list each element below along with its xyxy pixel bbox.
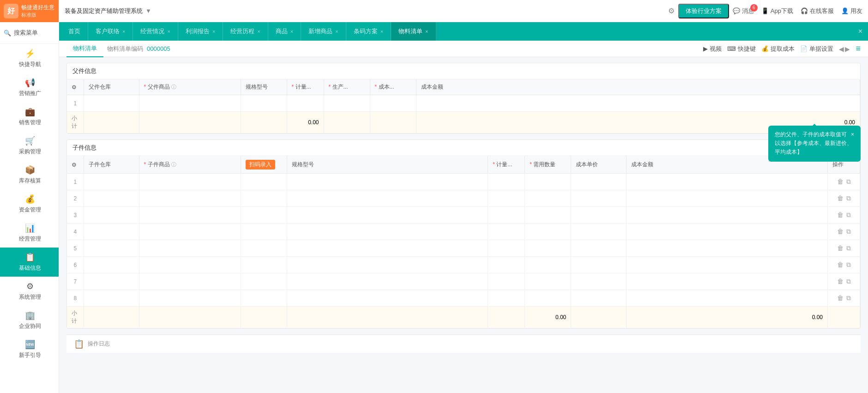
search-button[interactable]: 🔍 搜索菜单 xyxy=(4,26,55,40)
dropdown-icon[interactable]: ▼ xyxy=(145,7,151,14)
child-spec-cell-2[interactable] xyxy=(241,190,287,207)
child-unit-cell-2[interactable] xyxy=(488,190,525,207)
tab-operations[interactable]: 经营情况 × xyxy=(133,22,178,41)
delete-icon[interactable]: 🗑 xyxy=(837,244,844,252)
video-action[interactable]: ▶ 视频 xyxy=(703,45,722,53)
extract-cost-action[interactable]: 💰 提取成本 xyxy=(761,45,795,53)
child-unit-cell-7[interactable] xyxy=(488,273,525,290)
sidebar-item-inventory[interactable]: 📦 库存核算 xyxy=(0,160,59,189)
parent-goods-cell[interactable] xyxy=(139,95,241,112)
child-unitprice-cell-5[interactable] xyxy=(571,240,627,257)
child-goods-cell-4[interactable] xyxy=(139,224,241,240)
child-spec-cell-5[interactable] xyxy=(241,240,287,257)
copy-icon[interactable]: ⧉ xyxy=(846,244,851,252)
child-unit-cell-3[interactable] xyxy=(488,207,525,224)
child-spectype-cell-2[interactable] xyxy=(287,190,488,207)
child-unit-cell-1[interactable] xyxy=(488,174,525,190)
copy-icon[interactable]: ⧉ xyxy=(846,194,851,202)
parent-spec-cell[interactable] xyxy=(241,95,287,112)
child-unit-cell-4[interactable] xyxy=(488,224,525,240)
settings-icon[interactable]: ⚙ xyxy=(668,6,675,15)
child-goods-cell-5[interactable] xyxy=(139,240,241,257)
delete-icon[interactable]: 🗑 xyxy=(837,278,844,285)
delete-icon[interactable]: 🗑 xyxy=(837,228,844,236)
child-qty-cell-8[interactable] xyxy=(525,290,571,307)
next-arrow[interactable]: ▶ xyxy=(845,45,850,53)
parent-cost-cell[interactable] xyxy=(370,95,416,112)
tab-customer[interactable]: 客户联络 × xyxy=(88,22,133,41)
child-goods-cell-6[interactable] xyxy=(139,257,241,273)
tab-close-icon[interactable]: × xyxy=(122,29,125,34)
close-all-tabs-button[interactable]: × xyxy=(853,27,868,36)
sidebar-item-basic-info[interactable]: 📋 基础信息 xyxy=(0,248,59,277)
child-spectype-cell-6[interactable] xyxy=(287,257,488,273)
child-spectype-cell-1[interactable] xyxy=(287,174,488,190)
child-spec-cell-1[interactable] xyxy=(241,174,287,190)
tab-close-icon[interactable]: × xyxy=(335,29,338,34)
copy-icon[interactable]: ⧉ xyxy=(846,211,851,219)
tab-barcode[interactable]: 条码方案 × xyxy=(346,22,391,41)
parent-col-settings[interactable]: ⚙ xyxy=(67,79,84,95)
child-qty-cell-4[interactable] xyxy=(525,224,571,240)
delete-icon[interactable]: 🗑 xyxy=(837,194,844,202)
child-spec-cell-3[interactable] xyxy=(241,207,287,224)
app-download-button[interactable]: 📱 App下载 xyxy=(761,7,793,15)
sidebar-item-operations[interactable]: 📊 经营管理 xyxy=(0,218,59,248)
log-icon[interactable]: 📋 xyxy=(74,339,84,349)
delete-icon[interactable]: 🗑 xyxy=(837,294,844,302)
sidebar-item-quick-nav[interactable]: ⚡ 快捷导航 xyxy=(0,44,59,73)
child-warehouse-cell-4[interactable] xyxy=(84,224,139,240)
menu-grid-icon[interactable]: ≡ xyxy=(856,44,861,54)
child-unit-cell-8[interactable] xyxy=(488,290,525,307)
child-unitprice-cell-4[interactable] xyxy=(571,224,627,240)
child-spec-cell-8[interactable] xyxy=(241,290,287,307)
child-warehouse-cell-8[interactable] xyxy=(84,290,139,307)
child-unitprice-cell-3[interactable] xyxy=(571,207,627,224)
tab-new-goods[interactable]: 新增商品 × xyxy=(301,22,346,41)
child-spec-cell-7[interactable] xyxy=(241,273,287,290)
child-spec-cell-6[interactable] xyxy=(241,257,287,273)
parent-unit-cell[interactable] xyxy=(287,95,324,112)
child-unit-cell-6[interactable] xyxy=(488,257,525,273)
sidebar-item-purchase[interactable]: 🛒 采购管理 xyxy=(0,131,59,160)
child-unitprice-cell-1[interactable] xyxy=(571,174,627,190)
child-unitprice-cell-8[interactable] xyxy=(571,290,627,307)
delete-icon[interactable]: 🗑 xyxy=(837,211,844,219)
sidebar-item-enterprise[interactable]: 🏢 企业协同 xyxy=(0,306,59,335)
child-unitprice-cell-7[interactable] xyxy=(571,273,627,290)
child-goods-cell-8[interactable] xyxy=(139,290,241,307)
tab-close-icon[interactable]: × xyxy=(212,29,215,34)
child-qty-cell-2[interactable] xyxy=(525,190,571,207)
sub-nav-bom[interactable]: 物料清单 xyxy=(66,41,103,57)
child-warehouse-cell-5[interactable] xyxy=(84,240,139,257)
delete-icon[interactable]: 🗑 xyxy=(837,178,844,186)
tab-bom[interactable]: 物料清单 × xyxy=(391,22,436,41)
child-col-settings[interactable]: ⚙ xyxy=(67,156,84,174)
sidebar-item-system[interactable]: ⚙ 系统管理 xyxy=(0,277,59,306)
copy-icon[interactable]: ⧉ xyxy=(846,228,851,236)
sidebar-item-finance[interactable]: 💰 资金管理 xyxy=(0,189,59,218)
child-unitprice-cell-6[interactable] xyxy=(571,257,627,273)
child-qty-cell-6[interactable] xyxy=(525,257,571,273)
shortcut-action[interactable]: ⌨ 快捷键 xyxy=(727,45,756,53)
child-warehouse-cell-6[interactable] xyxy=(84,257,139,273)
delete-icon[interactable]: 🗑 xyxy=(837,261,844,269)
tooltip-close-button[interactable]: × xyxy=(851,130,854,139)
child-goods-cell-7[interactable] xyxy=(139,273,241,290)
child-goods-cell-1[interactable] xyxy=(139,174,241,190)
prev-arrow[interactable]: ◀ xyxy=(839,45,844,53)
sidebar-item-guide[interactable]: 🆕 新手引导 xyxy=(0,335,59,364)
child-spectype-cell-3[interactable] xyxy=(287,207,488,224)
tab-close-icon[interactable]: × xyxy=(425,29,428,34)
child-qty-cell-1[interactable] xyxy=(525,174,571,190)
copy-icon[interactable]: ⧉ xyxy=(846,178,851,186)
parent-warehouse-cell[interactable] xyxy=(84,95,139,112)
copy-icon[interactable]: ⧉ xyxy=(846,278,851,285)
child-spectype-cell-7[interactable] xyxy=(287,273,488,290)
child-warehouse-cell-3[interactable] xyxy=(84,207,139,224)
child-spectype-cell-8[interactable] xyxy=(287,290,488,307)
tab-close-icon[interactable]: × xyxy=(257,29,260,34)
copy-icon[interactable]: ⧉ xyxy=(846,261,851,269)
tab-home[interactable]: 首页 xyxy=(61,22,88,41)
child-qty-cell-3[interactable] xyxy=(525,207,571,224)
